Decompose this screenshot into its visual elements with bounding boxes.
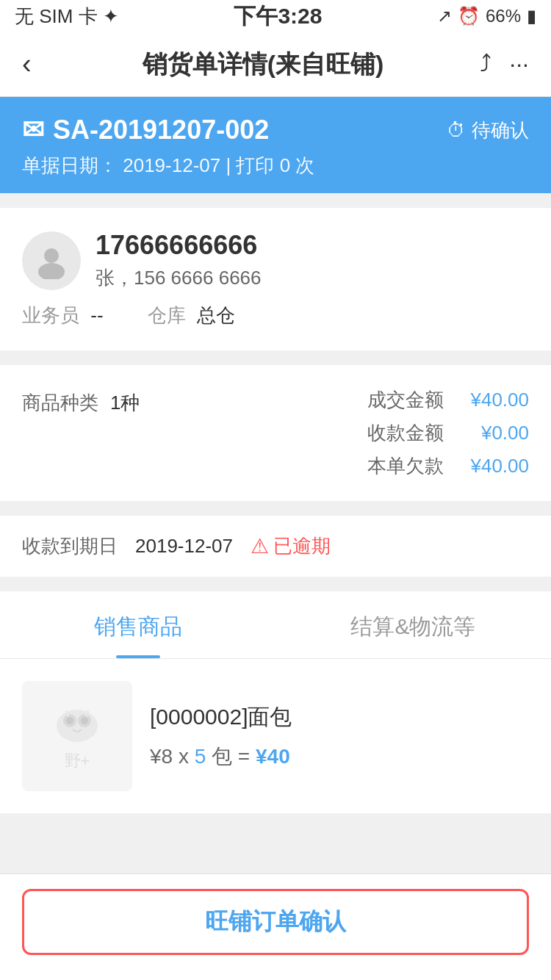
quantity: 5	[195, 745, 206, 768]
order-email-icon: ✉	[22, 115, 44, 145]
debt-amount-label: 本单欠款	[367, 453, 444, 479]
order-date: 2019-12-07	[123, 154, 220, 176]
svg-point-1	[38, 263, 65, 279]
total-price: ¥40	[256, 745, 290, 768]
deal-amount-row: 成交金额 ¥40.00	[367, 387, 529, 413]
status-text: 待确认	[472, 118, 529, 143]
product-item: 野+ [0000002]面包 ¥8 x 5 包 = ¥40	[22, 681, 529, 791]
order-id: ✉ SA-20191207-002	[22, 115, 269, 145]
svg-point-5	[66, 717, 73, 724]
overdue-text: 已逾期	[273, 533, 331, 559]
thumb-placeholder: 野+	[48, 700, 107, 772]
battery-level: 66%	[486, 6, 521, 26]
order-status: ⏱ 待确认	[447, 118, 529, 143]
nav-bar: ‹ 销货单详情(来自旺铺) ⤴ ···	[0, 32, 551, 97]
warehouse-info: 仓库 总仓	[148, 303, 235, 328]
product-info: [0000002]面包 ¥8 x 5 包 = ¥40	[150, 702, 529, 771]
product-name: [0000002]面包	[150, 702, 529, 732]
alarm-icon: ⏰	[458, 6, 480, 26]
status-bar: 无 SIM 卡 ✦ 下午3:28 ↗ ⏰ 66% ▮	[0, 0, 551, 32]
svg-point-6	[81, 717, 88, 724]
bottom-bar: 旺铺订单确认	[0, 873, 551, 980]
sales-info: 业务员 --	[22, 303, 104, 328]
debt-amount-row: 本单欠款 ¥40.00	[367, 453, 529, 479]
deal-amount-label: 成交金额	[367, 387, 444, 413]
due-section: 收款到期日 2019-12-07 ⚠ 已逾期	[0, 516, 551, 577]
warehouse-value: 总仓	[197, 304, 235, 326]
customer-name: 张，156 6666 6666	[96, 265, 529, 291]
back-button[interactable]: ‹	[22, 48, 32, 80]
order-id-text: SA-20191207-002	[53, 115, 269, 145]
overdue-badge: ⚠ 已逾期	[251, 533, 331, 559]
tab-sales-goods-label: 销售商品	[94, 614, 182, 638]
order-date-row: 单据日期： 2019-12-07 | 打印 0 次	[22, 153, 529, 179]
sales-label: 业务员	[22, 304, 79, 326]
confirm-order-button[interactable]: 旺铺订单确认	[22, 889, 529, 955]
product-thumbnail: 野+	[22, 681, 132, 791]
svg-point-2	[57, 710, 98, 742]
avatar	[22, 231, 81, 290]
amounts-list: 成交金额 ¥40.00 收款金额 ¥0.00 本单欠款 ¥40.00	[367, 387, 529, 479]
equals-sign: =	[238, 745, 256, 768]
tab-settlement-label: 结算&物流等	[350, 614, 475, 638]
multiply-sign: x	[179, 745, 195, 768]
debt-amount-value: ¥40.00	[455, 455, 529, 478]
warehouse-label: 仓库	[148, 304, 186, 326]
summary-row: 商品种类 1种 成交金额 ¥40.00 收款金额 ¥0.00 本单欠款 ¥40.…	[22, 387, 529, 479]
page-title: 销货单详情(来自旺铺)	[46, 48, 480, 82]
status-left: 无 SIM 卡 ✦	[15, 4, 119, 29]
share-icon[interactable]: ⤴	[480, 51, 491, 78]
svg-point-0	[44, 248, 59, 263]
product-code: [0000002]	[150, 705, 248, 729]
received-amount-value: ¥0.00	[455, 422, 529, 444]
battery-icon: ▮	[527, 6, 536, 26]
customer-phone: 17666666666	[96, 230, 529, 261]
clock-icon: ⏱	[447, 119, 466, 142]
tabs-row: 销售商品 结算&物流等	[0, 591, 551, 659]
product-type-label: 商品种类	[22, 390, 98, 416]
sales-value: --	[90, 304, 103, 326]
nav-actions: ⤴ ···	[480, 51, 529, 78]
status-right: ↗ ⏰ 66% ▮	[437, 6, 536, 26]
more-icon[interactable]: ···	[509, 51, 529, 78]
product-type-value: 1种	[110, 390, 140, 416]
overdue-icon: ⚠	[251, 534, 269, 558]
product-title: 面包	[248, 705, 292, 729]
received-amount-label: 收款金额	[367, 420, 444, 446]
customer-meta: 业务员 -- 仓库 总仓	[22, 303, 529, 328]
tab-settlement[interactable]: 结算&物流等	[276, 591, 551, 658]
date-label: 单据日期：	[22, 154, 118, 176]
customer-section: 17666666666 张，156 6666 6666 业务员 -- 仓库 总仓	[0, 208, 551, 350]
tabs-section: 销售商品 结算&物流等 野+	[0, 591, 551, 813]
summary-section: 商品种类 1种 成交金额 ¥40.00 收款金额 ¥0.00 本单欠款 ¥40.…	[0, 365, 551, 501]
product-price-row: ¥8 x 5 包 = ¥40	[150, 743, 529, 771]
status-time: 下午3:28	[234, 1, 322, 32]
unit: 包	[212, 745, 232, 768]
sim-status: 无 SIM 卡 ✦	[15, 4, 119, 29]
location-icon: ↗	[437, 6, 452, 26]
order-id-row: ✉ SA-20191207-002 ⏱ 待确认	[22, 115, 529, 145]
due-label: 收款到期日	[22, 533, 118, 559]
unit-price: ¥8	[150, 745, 173, 768]
due-date: 2019-12-07	[135, 535, 233, 558]
customer-row: 17666666666 张，156 6666 6666	[22, 230, 529, 291]
print-info: | 打印 0 次	[226, 154, 314, 176]
tab-sales-goods[interactable]: 销售商品	[0, 591, 276, 658]
customer-info: 17666666666 张，156 6666 6666	[96, 230, 529, 291]
deal-amount-value: ¥40.00	[455, 389, 529, 411]
product-type: 商品种类 1种	[22, 387, 367, 416]
order-header: ✉ SA-20191207-002 ⏱ 待确认 单据日期： 2019-12-07…	[0, 97, 551, 193]
received-amount-row: 收款金额 ¥0.00	[367, 420, 529, 446]
product-list: 野+ [0000002]面包 ¥8 x 5 包 = ¥40	[0, 659, 551, 813]
